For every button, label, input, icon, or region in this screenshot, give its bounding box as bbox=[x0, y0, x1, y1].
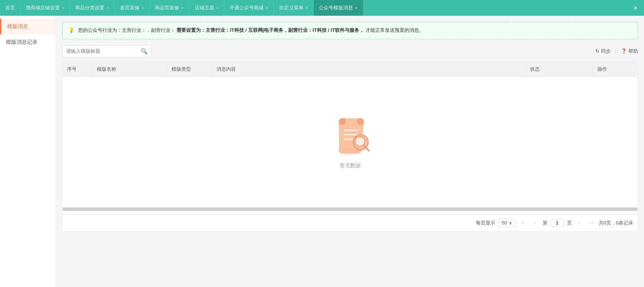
tab-open-wechat-store-label: 开通公众号商城 bbox=[229, 4, 264, 11]
tab-homepage-decor[interactable]: 首页装修 × bbox=[115, 0, 150, 16]
close-all-button[interactable]: ✕ bbox=[627, 4, 644, 12]
page-number-input[interactable] bbox=[551, 219, 564, 227]
table-container: 序号 模版名称 模版类型 消息内容 状态 操作 bbox=[62, 62, 638, 232]
table-header: 序号 模版名称 模版类型 消息内容 状态 操作 bbox=[62, 62, 638, 77]
scrollbar-thumb[interactable] bbox=[62, 208, 638, 211]
scrollbar-area[interactable] bbox=[62, 207, 638, 211]
tab-product-decor[interactable]: 商品页装修 × bbox=[150, 0, 189, 16]
tab-template-message[interactable]: 公众号模版消息 × bbox=[314, 0, 363, 16]
notice-icon: 💡 bbox=[68, 27, 74, 33]
tab-open-wechat-store[interactable]: 开通公众号商城 × bbox=[224, 0, 274, 16]
sidebar-item-template-message[interactable]: 模版消息 bbox=[0, 19, 56, 34]
page-size-value: 50 bbox=[502, 220, 507, 226]
sidebar-item-template-message-label: 模版消息 bbox=[7, 23, 28, 29]
empty-svg bbox=[328, 112, 376, 160]
di-label: 第 bbox=[543, 220, 548, 226]
page-label: 页 bbox=[567, 220, 572, 226]
tab-homepage-decor-label: 首页装修 bbox=[120, 4, 139, 11]
help-icon: ❓ bbox=[621, 48, 627, 54]
notice-box: 💡 您的公众号行业为：主营行业：，副营行业： 需要设置为：主营行业：IT科技 /… bbox=[62, 22, 638, 39]
tab-custom-menu-label: 自定义菜单 bbox=[279, 4, 303, 11]
page-size-label: 每页显示 bbox=[476, 220, 495, 226]
col-status: 状态 bbox=[526, 62, 593, 76]
tab-custom-menu-close[interactable]: × bbox=[306, 6, 308, 10]
tab-store-theme-label: 店铺主题 bbox=[195, 4, 214, 11]
table-body-empty: 暂无数据 bbox=[62, 77, 638, 204]
prev-page-button[interactable]: ‹ bbox=[531, 219, 540, 228]
content-area: 💡 您的公众号行业为：主营行业：，副营行业： 需要设置为：主营行业：IT科技 /… bbox=[56, 16, 644, 287]
search-button[interactable]: 🔍 bbox=[137, 46, 151, 57]
tab-template-message-label: 公众号模版消息 bbox=[319, 4, 353, 11]
page-size-select[interactable]: 50 ∨ bbox=[498, 219, 515, 227]
notice-text-prefix: 您的公众号行业为：主营行业：，副营行业： bbox=[78, 27, 175, 33]
topbar: 首页 微商城店铺设置 × 商品分类设置 × 首页装修 × 商品页装修 × 店铺主… bbox=[0, 0, 644, 16]
tab-category-settings[interactable]: 商品分类设置 × bbox=[70, 0, 114, 16]
tab-open-wechat-store-close[interactable]: × bbox=[266, 6, 268, 10]
sidebar-item-template-message-record[interactable]: 模版消息记录 bbox=[0, 34, 56, 50]
empty-text: 暂无数据 bbox=[340, 162, 361, 169]
sync-icon: ↻ bbox=[595, 48, 600, 54]
tab-homepage-decor-close[interactable]: × bbox=[142, 6, 144, 10]
col-content: 消息内容 bbox=[212, 62, 526, 76]
tab-store-settings[interactable]: 微商城店铺设置 × bbox=[21, 0, 70, 16]
tab-store-settings-close[interactable]: × bbox=[62, 6, 64, 10]
tab-product-decor-label: 商品页装修 bbox=[155, 4, 179, 11]
search-actions: ↻ 同步 | ❓ 帮助 bbox=[595, 48, 638, 55]
sync-button[interactable]: ↻ 同步 bbox=[595, 48, 611, 55]
notice-highlight: 需要设置为：主营行业：IT科技 / 互联网|电子商务，副营行业：IT科技 / I… bbox=[176, 27, 364, 33]
tab-store-theme-close[interactable]: × bbox=[216, 6, 219, 10]
next-page-button[interactable]: › bbox=[575, 219, 584, 228]
first-page-button[interactable]: ⊢ bbox=[519, 219, 528, 228]
last-page-button[interactable]: ⊣ bbox=[587, 219, 596, 228]
tab-category-settings-label: 商品分类设置 bbox=[75, 4, 104, 11]
empty-illustration bbox=[328, 112, 373, 156]
help-label: 帮助 bbox=[628, 48, 638, 55]
tab-template-message-close[interactable]: × bbox=[355, 6, 357, 10]
sidebar-item-template-message-record-label: 模版消息记录 bbox=[6, 39, 37, 45]
col-action: 操作 bbox=[593, 62, 638, 76]
tab-custom-menu[interactable]: 自定义菜单 × bbox=[274, 0, 314, 16]
tab-home[interactable]: 首页 bbox=[0, 0, 21, 16]
sync-label: 同步 bbox=[601, 48, 611, 55]
search-input-wrapper: 🔍 bbox=[62, 45, 152, 57]
main-layout: 模版消息 模版消息记录 💡 您的公众号行业为：主营行业：，副营行业： 需要设置为… bbox=[0, 16, 644, 287]
tab-category-settings-close[interactable]: × bbox=[107, 6, 109, 10]
page-size-chevron-icon: ∨ bbox=[509, 220, 512, 226]
search-bar: 🔍 ↻ 同步 | ❓ 帮助 bbox=[62, 45, 638, 57]
help-button[interactable]: ❓ 帮助 bbox=[621, 48, 638, 55]
total-info: 共0页，0条记录 bbox=[599, 220, 633, 226]
tab-store-settings-label: 微商城店铺设置 bbox=[26, 4, 60, 11]
pagination: 每页显示 50 ∨ ⊢ ‹ 第 页 › ⊣ 共0页，0条记录 bbox=[62, 214, 638, 231]
tab-store-theme[interactable]: 店铺主题 × bbox=[189, 0, 224, 16]
tab-product-decor-close[interactable]: × bbox=[181, 6, 184, 10]
tab-home-label: 首页 bbox=[5, 4, 15, 11]
col-name: 模版名称 bbox=[92, 62, 167, 76]
divider: | bbox=[615, 48, 616, 54]
search-input[interactable] bbox=[62, 46, 137, 56]
col-index: 序号 bbox=[62, 62, 92, 76]
sidebar: 模版消息 模版消息记录 bbox=[0, 16, 56, 287]
notice-text-suffix: 才能正常发送预置的消息。 bbox=[366, 27, 424, 33]
col-type: 模版类型 bbox=[167, 62, 212, 76]
